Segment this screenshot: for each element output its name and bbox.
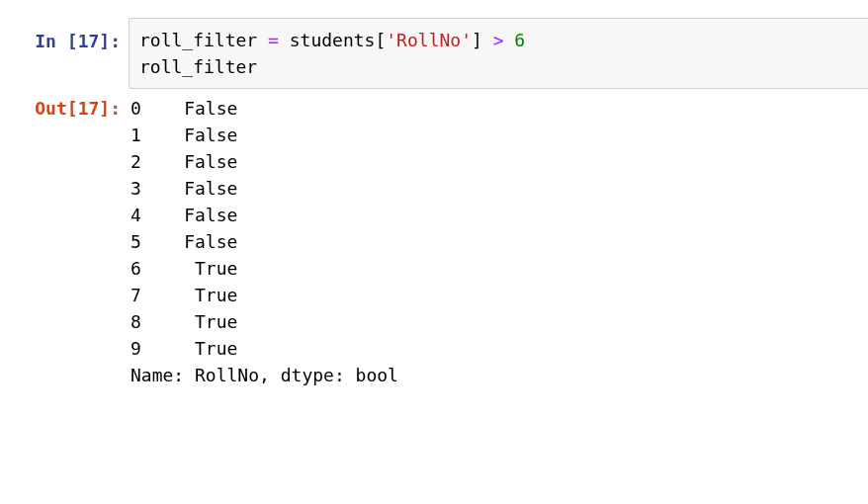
code-token: [ [375, 30, 386, 50]
code-token-string: 'RollNo' [386, 30, 472, 50]
output-cell: Out[17]: 0 False 1 False 2 False 3 False… [28, 91, 868, 392]
output-text: 0 False 1 False 2 False 3 False 4 False … [129, 91, 868, 392]
input-cell: In [17]: roll_filter = students['RollNo'… [28, 18, 868, 89]
out-count: 17 [78, 98, 100, 119]
code-token-operator: > [493, 30, 504, 50]
in-count: 17 [78, 31, 100, 51]
code-token: students [279, 30, 376, 50]
code-token-operator: = [268, 30, 279, 50]
code-token: roll_filter [139, 30, 268, 50]
input-prompt: In [17]: [28, 18, 129, 89]
out-suffix: ]: [99, 98, 121, 119]
code-token-number: 6 [514, 30, 525, 50]
code-token [504, 30, 515, 50]
output-prompt: Out[17]: [28, 91, 129, 392]
code-line-2: roll_filter [139, 56, 257, 77]
in-suffix: ]: [99, 31, 121, 51]
out-prefix: Out[ [35, 98, 77, 119]
code-token: ] [472, 30, 493, 50]
code-input[interactable]: roll_filter = students['RollNo'] > 6 rol… [129, 18, 868, 89]
in-prefix: In [ [35, 31, 77, 51]
